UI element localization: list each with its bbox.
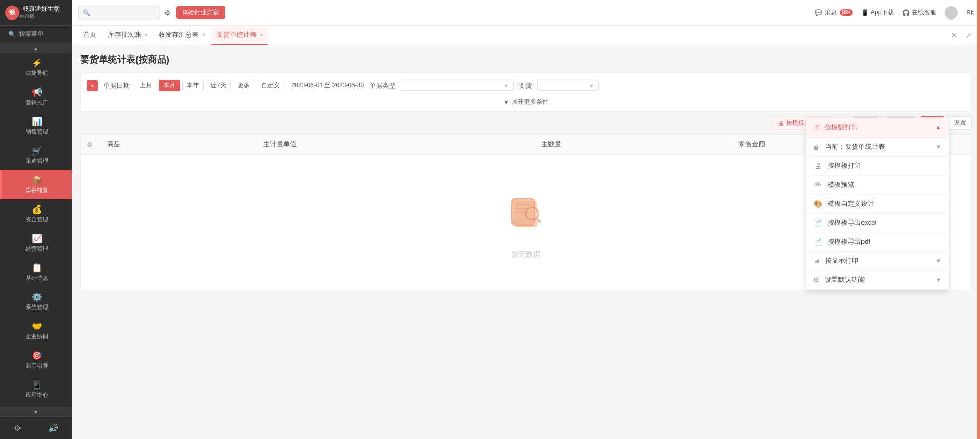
settings-btn[interactable]: 设置 (948, 116, 972, 130)
current-template-icon: 🖨 (813, 143, 820, 151)
sidebar-item-purchase[interactable]: 🛒 采购管理 (0, 141, 72, 170)
topbar-right: 💬 消息 99+ 📱 App下载 🎧 在线客服 Rit (815, 6, 974, 20)
tab-receipts-close[interactable]: × (202, 32, 205, 38)
col-unit: 主计量单位 (257, 135, 535, 155)
topbar-search-box[interactable]: 🔍 (78, 6, 160, 20)
sidebar-item-collab[interactable]: 🤝 企业协同 (0, 316, 72, 346)
expand-more-btn[interactable]: ▼ 展开更多条件 (503, 98, 548, 106)
window-close-btn[interactable]: ✕ (949, 30, 959, 41)
service-button[interactable]: 🎧 在线客服 (902, 8, 936, 17)
tab-order-close[interactable]: × (260, 32, 263, 38)
template-print-icon: 🖨 (813, 162, 822, 170)
print-dropdown-header[interactable]: 🖨 按模板打印 ▲ (806, 118, 949, 138)
printer-icon: 🖨 (778, 120, 784, 127)
service-label: 在线客服 (912, 8, 936, 17)
template-preview-item[interactable]: 👁 模板预览 (806, 176, 949, 195)
sidebar-item-label: 企业协同 (26, 333, 48, 340)
topbar-gear-icon[interactable]: ⚙ (164, 9, 171, 17)
sidebar-item-label: 应用中心 (26, 391, 48, 399)
sidebar-item-newbie[interactable]: 🎯 新手引导 (0, 346, 72, 375)
topbar-search-input[interactable] (90, 9, 155, 16)
filter-row-1: » 单据日期 上月 本月 本年 近7天 更多 自定义 2023-06-01 至 … (87, 80, 965, 91)
page-title: 要货单统计表(按商品) (80, 53, 972, 66)
newbie-icon: 🎯 (32, 351, 42, 360)
sidebar-item-inventory[interactable]: 📦 库存核算 (0, 170, 72, 199)
date-btn-this-month[interactable]: 本月 (159, 80, 180, 91)
sidebar-search[interactable]: 🔍 搜索菜单 (0, 26, 72, 43)
settings-icon[interactable]: ⚙ (12, 421, 23, 435)
sidebar-item-basic[interactable]: 📋 基础信息 (0, 258, 72, 287)
sidebar-item-quicknav[interactable]: ⚡ 快捷导航 (0, 53, 72, 82)
print-dropdown: 🖨 按模板打印 ▲ 🖨 当前：要货单统计表 ▼ 🖨 按模板打印 👁 模板预览 (806, 117, 949, 290)
user-avatar[interactable] (945, 6, 958, 20)
expand-icon: ▼ (503, 99, 509, 106)
sidebar-item-finance[interactable]: 💰 资金管理 (0, 199, 72, 228)
message-icon: 💬 (815, 9, 822, 16)
settings-label: 设置 (954, 119, 966, 127)
filter-bar: » 单据日期 上月 本月 本年 近7天 更多 自定义 2023-06-01 至 … (80, 73, 972, 112)
table-settings-icon[interactable]: ⚙ (87, 141, 93, 148)
sidebar-item-appstore[interactable]: 📱 应用中心 (0, 375, 72, 404)
date-btn-7days[interactable]: 近7天 (206, 80, 231, 91)
scroll-up-btn[interactable]: ▲ (0, 43, 72, 53)
template-preview-label: 模板预览 (828, 180, 854, 189)
tab-receipts[interactable]: 收发存汇总表 × (153, 26, 210, 45)
sidebar-bottom: ⚙ 🔊 (0, 416, 72, 439)
date-btn-custom[interactable]: 自定义 (257, 80, 284, 91)
window-maximize-btn[interactable]: ⤢ (964, 30, 974, 41)
tab-batch-close[interactable]: × (144, 32, 147, 38)
scroll-down-btn[interactable]: ▼ (0, 407, 72, 416)
template-print-item[interactable]: 🖨 按模板打印 (806, 157, 949, 176)
date-btn-last-month[interactable]: 上月 (135, 80, 156, 91)
sidebar-item-marketing[interactable]: 📢 营销推广 (0, 82, 72, 111)
current-template-item[interactable]: 🖨 当前：要货单统计表 ▼ (806, 138, 949, 157)
set-default-item[interactable]: ⚙ 设置默认功能 ▼ (806, 271, 949, 290)
print-header-icon: 🖨 (813, 123, 820, 131)
date-btn-this-year[interactable]: 本年 (182, 80, 204, 91)
template-export-pdf-item[interactable]: 📄 按模板导出pdf (806, 233, 949, 252)
app-icon: 📱 (861, 9, 869, 16)
app-download-button[interactable]: 📱 App下载 (861, 8, 894, 17)
type-filter-label: 单据类型 (369, 81, 396, 90)
purchase-icon: 🛒 (32, 146, 42, 156)
sidebar-item-label: 采购管理 (26, 157, 48, 165)
empty-text: 暂无数据 (512, 250, 540, 259)
current-template-left: 🖨 当前：要货单统计表 (813, 142, 885, 151)
speaker-icon[interactable]: 🔊 (46, 421, 61, 435)
filter-expand-icon[interactable]: » (87, 80, 98, 91)
message-button[interactable]: 💬 消息 99+ (815, 8, 853, 17)
sidebar-item-system[interactable]: ⚙️ 系统管理 (0, 287, 72, 316)
date-filter-label: 单据日期 (103, 81, 130, 90)
sidebar-item-label: 销售管理 (26, 128, 48, 136)
sidebar-logo: 畅 畅康通好生意 标准版 (0, 0, 72, 26)
tab-batch[interactable]: 库存批次账 × (103, 26, 152, 45)
print-dropdown-header-left: 🖨 按模板打印 (813, 123, 858, 132)
tab-order[interactable]: 要货单统计表 × (211, 26, 268, 45)
yaohuo-filter-select[interactable]: ▼ (537, 81, 599, 91)
type-filter-select[interactable]: ▼ (401, 81, 514, 91)
tabs-bar: 首页 库存批次账 × 收发存汇总表 × 要货单统计表 × ✕ ⤢ (72, 26, 980, 45)
template-design-item[interactable]: 🎨 模板自定义设计 (806, 195, 949, 214)
print-dropdown-chevron-icon: ▲ (935, 124, 942, 131)
tab-home[interactable]: 首页 (78, 26, 102, 45)
username-label[interactable]: Rit (966, 9, 974, 16)
set-default-label: 设置默认功能 (825, 275, 865, 284)
sales-icon: 📊 (32, 117, 42, 126)
sidebar-item-operation[interactable]: 📈 经营管理 (0, 228, 72, 258)
logo-icon: 畅 (5, 6, 19, 20)
trial-button[interactable]: 体验行业方案 (176, 6, 225, 19)
sidebar-item-sales[interactable]: 📊 销售管理 (0, 111, 72, 141)
appstore-icon: 📱 (32, 380, 42, 390)
display-print-left: 🖥 按显示打印 (813, 256, 858, 265)
marketing-icon: 📢 (32, 87, 42, 97)
sidebar-item-label: 系统管理 (26, 303, 48, 311)
resize-handle[interactable] (977, 0, 980, 439)
template-export-excel-item[interactable]: 📄 按模板导出excel (806, 214, 949, 233)
display-print-item[interactable]: 🖥 按显示打印 ▼ (806, 252, 949, 271)
set-default-chevron: ▼ (936, 277, 942, 283)
date-btn-more[interactable]: 更多 (233, 80, 254, 91)
template-design-label: 模板自定义设计 (828, 199, 874, 208)
type-select-chevron: ▼ (503, 83, 509, 89)
tab-order-label: 要货单统计表 (217, 30, 257, 40)
col-goods: 商品 (101, 135, 258, 155)
